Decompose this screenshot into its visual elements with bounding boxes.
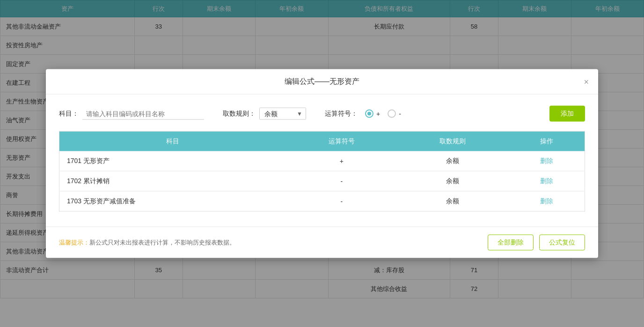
- col-header-action: 操作: [508, 131, 585, 151]
- cell-action: 删除: [508, 151, 585, 171]
- tip-prefix: 温馨提示：: [59, 239, 89, 246]
- cell-action: 删除: [508, 171, 585, 191]
- add-button[interactable]: 添加: [549, 106, 585, 122]
- reset-formula-button[interactable]: 公式复位: [539, 235, 585, 251]
- operator-radio-group: + -: [365, 110, 401, 118]
- modal-header: 编辑公式——无形资产 ×: [46, 69, 598, 95]
- footer-actions: 全部删除 公式复位: [488, 235, 585, 251]
- cell-rule: 余额: [397, 171, 509, 191]
- formula-table-row: 1701 无形资产+余额删除: [59, 151, 585, 171]
- formula-table-row: 1702 累计摊销-余额删除: [59, 171, 585, 191]
- cell-action: 删除: [508, 191, 585, 211]
- modal-close-button[interactable]: ×: [582, 75, 591, 88]
- formula-table: 科目 运算符号 取数规则 操作 1701 无形资产+余额删除1702 累计摊销-…: [59, 131, 585, 212]
- cell-subject: 1701 无形资产: [59, 151, 286, 171]
- delete-row-button[interactable]: 删除: [540, 197, 553, 205]
- radio-circle-minus: [388, 110, 396, 118]
- col-header-rule: 取数规则: [397, 131, 509, 151]
- formula-table-row: 1703 无形资产减值准备-余额删除: [59, 191, 585, 211]
- cell-rule: 余额: [397, 191, 509, 211]
- modal-footer: 温馨提示：新公式只对未出报表进行计算，不影响历史报表数据。 全部删除 公式复位: [46, 227, 598, 258]
- modal-body: 科目： 取数规则： 余额 借方 贷方 借方累计 贷方累计 ▼: [46, 95, 598, 223]
- rule-select[interactable]: 余额 借方 贷方 借方累计 贷方累计: [259, 108, 306, 120]
- table-header-row: 科目 运算符号 取数规则 操作: [59, 131, 585, 151]
- subject-input[interactable]: [82, 108, 204, 119]
- delete-row-button[interactable]: 删除: [540, 157, 553, 164]
- operator-label: 运算符号：: [325, 110, 358, 118]
- operator-plus-label: +: [376, 110, 380, 118]
- cell-subject: 1703 无形资产减值准备: [59, 191, 286, 211]
- cell-rule: 余额: [397, 151, 509, 171]
- subject-label: 科目：: [59, 110, 79, 118]
- operator-plus-radio[interactable]: +: [365, 110, 380, 118]
- operator-section: 运算符号： + - 添加: [325, 106, 585, 122]
- rule-section: 取数规则： 余额 借方 贷方 借方累计 贷方累计 ▼: [223, 108, 306, 120]
- col-header-subject: 科目: [59, 131, 286, 151]
- rule-select-wrap: 余额 借方 贷方 借方累计 贷方累计 ▼: [259, 108, 306, 120]
- modal-title: 编辑公式——无形资产: [285, 77, 359, 87]
- radio-circle-plus: [365, 110, 373, 118]
- col-header-operator: 运算符号: [286, 131, 397, 151]
- cell-operator: +: [286, 151, 397, 171]
- delete-row-button[interactable]: 删除: [540, 177, 553, 185]
- cell-operator: -: [286, 171, 397, 191]
- operator-minus-radio[interactable]: -: [388, 110, 401, 118]
- delete-all-button[interactable]: 全部删除: [488, 235, 534, 251]
- cell-subject: 1702 累计摊销: [59, 171, 286, 191]
- tip-text: 新公式只对未出报表进行计算，不影响历史报表数据。: [89, 239, 235, 246]
- operator-minus-label: -: [399, 110, 401, 118]
- cell-operator: -: [286, 191, 397, 211]
- edit-formula-modal: 编辑公式——无形资产 × 科目： 取数规则： 余额 借方 贷方 借方累计: [46, 69, 598, 258]
- rule-label: 取数规则：: [223, 110, 256, 118]
- footer-tip: 温馨提示：新公式只对未出报表进行计算，不影响历史报表数据。: [59, 238, 235, 247]
- subject-section: 科目：: [59, 108, 204, 119]
- form-row: 科目： 取数规则： 余额 借方 贷方 借方累计 贷方累计 ▼: [59, 106, 585, 122]
